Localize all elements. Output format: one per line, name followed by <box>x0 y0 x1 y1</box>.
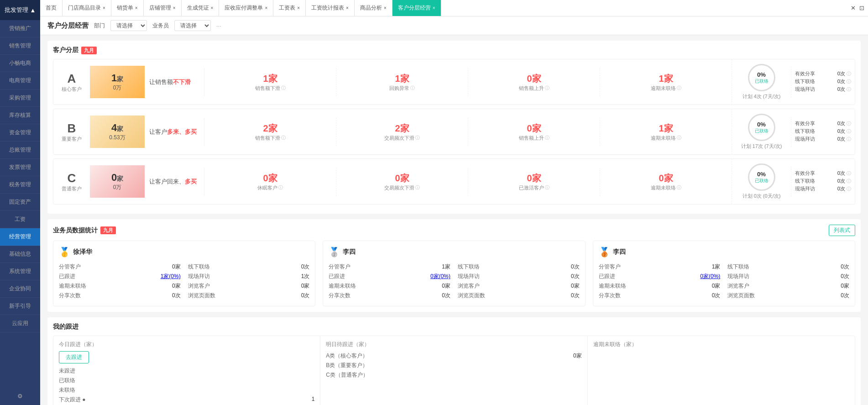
biz-cards-grid: 🥇徐泽华分管客户0家已跟进1家(0%)逾期未联络0家分享次数0次线下联络0次现场… <box>53 241 855 306</box>
tab-商品分析[interactable]: 商品分析 × <box>355 0 392 16</box>
sidebar-item-总账管理[interactable]: 总账管理 <box>0 142 40 159</box>
sidebar-item-云应用[interactable]: 云应用 <box>0 315 40 332</box>
followup-col-2: 逾期未联络（家） <box>588 336 855 405</box>
sidebar-footer[interactable]: ⚙ <box>0 387 40 405</box>
sidebar-toggle-icon[interactable]: ▲ <box>30 7 36 14</box>
tier-row-C: C普通客户0家0万让客户回来、多买0家休眠客户 ⓘ0家交易频次下滑 ⓘ0家已激活… <box>53 158 855 205</box>
tab-客户分层经营[interactable]: 客户分层经营 × <box>392 0 441 16</box>
tab-首页[interactable]: 首页 <box>40 0 63 16</box>
tab-close-icon[interactable]: × <box>384 5 387 11</box>
biz-card-1: 🥈李四分管客户1家已跟进0家(0%)逾期未联络0家分享次数0次线下联络0次现场拜… <box>323 241 585 306</box>
stat-item[interactable]: 0家休眠客户 ⓘ <box>204 168 336 196</box>
tab-close-icon[interactable]: × <box>173 5 176 11</box>
tab-工资统计报表[interactable]: 工资统计报表 × <box>306 0 355 16</box>
staff-select[interactable]: 请选择 <box>174 20 211 31</box>
sidebar-item-发票管理[interactable]: 发票管理 <box>0 159 40 176</box>
stat-item[interactable]: 1家销售额下滑 ⓘ <box>204 68 336 96</box>
biz-stat-link[interactable]: 0家(0%) <box>700 273 720 280</box>
tab-close-icon[interactable]: × <box>265 5 267 11</box>
tab-close-icon[interactable]: × <box>346 5 349 11</box>
biz-section: 业务员数据统计 九月 列表式 🥇徐泽华分管客户0家已跟进1家(0%)逾期未联络0… <box>47 219 861 312</box>
biz-stat-link[interactable]: 1家(0%) <box>161 273 181 280</box>
sidebar-item-营销推广[interactable]: 营销推广 <box>0 20 40 37</box>
sidebar-item-采购管理[interactable]: 采购管理 <box>0 89 40 107</box>
biz-card-header-0: 🥇徐泽华 <box>59 247 309 258</box>
sidebar-item-经营管理[interactable]: 经营管理 <box>0 228 40 246</box>
stat-item[interactable]: 0家销售额上升 ⓘ <box>468 118 600 146</box>
sidebar-item-税务管理[interactable]: 税务管理 <box>0 176 40 194</box>
biz-left-col-2: 分管客户1家已跟进0家(0%)逾期未联络0家分享次数0次 <box>599 262 721 300</box>
biz-name-0: 徐泽华 <box>73 248 92 256</box>
more-options-icon[interactable]: ··· <box>216 22 221 29</box>
biz-stat-row: 分管客户1家 <box>599 262 721 272</box>
sidebar-item-系统管理[interactable]: 系统管理 <box>0 263 40 280</box>
biz-name-2: 李四 <box>613 248 626 256</box>
followup-row: 未联络 <box>59 385 314 395</box>
tab-close-icon[interactable]: × <box>135 5 138 11</box>
tab-close-icon[interactable]: × <box>297 5 300 11</box>
close-window-icon[interactable]: ✕ <box>851 5 856 11</box>
biz-card-2: 🥉李四分管客户1家已跟进0家(0%)逾期未联络0家分享次数0次线下联络0次现场拜… <box>593 241 855 306</box>
biz-month-badge: 九月 <box>100 226 116 234</box>
sidebar-item-库存核算[interactable]: 库存核算 <box>0 107 40 124</box>
sidebar-item-销售管理[interactable]: 销售管理 <box>0 37 40 55</box>
stat-item[interactable]: 0家交易频次下滑 ⓘ <box>336 168 468 196</box>
followup-col-title-1: 明日待跟进（家） <box>326 341 581 348</box>
sidebar-item-基础信息[interactable]: 基础信息 <box>0 246 40 263</box>
biz-stats-grid-1: 分管客户1家已跟进0家(0%)逾期未联络0家分享次数0次线下联络0次现场拜访0次… <box>329 262 579 300</box>
dept-select[interactable]: 请选择 <box>110 20 147 31</box>
tab-close-icon[interactable]: × <box>103 5 105 11</box>
meta-row: 有效分享0次 ⓘ <box>795 120 851 127</box>
goto-followup-button[interactable]: 去跟进 <box>59 351 89 363</box>
tabbar-actions: ✕ ⊡ <box>847 5 868 11</box>
followup-row: 已联络 <box>59 376 314 385</box>
biz-stat-row: 浏览客户0家 <box>727 281 849 291</box>
followup-row: C类（普通客户） <box>326 370 581 380</box>
tier-slogan-C: 让客户回来、多买 <box>145 178 204 186</box>
stat-item[interactable]: 2家销售额下滑 ⓘ <box>204 118 336 146</box>
restore-window-icon[interactable]: ⊡ <box>859 5 864 11</box>
settings-icon[interactable]: ⚙ <box>17 393 23 400</box>
sidebar-title: 批发管理 <box>5 6 28 14</box>
followup-col-title-2: 逾期未联络（家） <box>593 341 849 348</box>
biz-stats-grid-0: 分管客户0家已跟进1家(0%)逾期未联络0家分享次数0次线下联络0次现场拜访1次… <box>59 262 309 300</box>
tier-contact-A: 0% 已联络 计划 4次 (7天/次) <box>732 59 791 105</box>
biz-card-0: 🥇徐泽华分管客户0家已跟进1家(0%)逾期未联络0家分享次数0次线下联络0次现场… <box>53 241 315 306</box>
tab-应收应付调整单[interactable]: 应收应付调整单 × <box>219 0 273 16</box>
main-area: 首页门店商品目录 ×销货单 ×店铺管理 ×生成凭证 ×应收应付调整单 ×工资表 … <box>40 0 868 405</box>
sidebar-item-新手引导[interactable]: 新手引导 <box>0 298 40 315</box>
tab-工资表[interactable]: 工资表 × <box>273 0 306 16</box>
biz-card-header-2: 🥉李四 <box>599 247 849 258</box>
biz-medal-0: 🥇 <box>59 247 70 258</box>
stat-item[interactable]: 0家已激活客户 ⓘ <box>468 168 600 196</box>
tab-close-icon[interactable]: × <box>211 5 214 11</box>
tab-门店商品目录[interactable]: 门店商品目录 × <box>63 0 111 16</box>
sidebar-item-企业协同[interactable]: 企业协同 <box>0 280 40 298</box>
biz-stat-row: 已跟进1家(0%) <box>59 272 181 281</box>
stat-item[interactable]: 0家销售额上升 ⓘ <box>468 68 600 96</box>
tier-stats-C: 0家休眠客户 ⓘ0家交易频次下滑 ⓘ0家已激活客户 ⓘ0家逾期未联络 ⓘ <box>204 168 732 196</box>
sidebar-item-工资[interactable]: 工资 <box>0 211 40 228</box>
stat-item[interactable]: 1家逾期未联络 ⓘ <box>600 118 732 146</box>
stat-item[interactable]: 1家回购异常 ⓘ <box>336 68 468 96</box>
stat-item[interactable]: 2家交易频次下滑 ⓘ <box>336 118 468 146</box>
stat-item[interactable]: 0家逾期未联络 ⓘ <box>600 168 732 196</box>
sidebar-item-电商管理[interactable]: 电商管理 <box>0 72 40 89</box>
sidebar-item-资金管理[interactable]: 资金管理 <box>0 124 40 142</box>
tab-店铺管理[interactable]: 店铺管理 × <box>144 0 182 16</box>
followup-grid: 今日跟进（家）去跟进未跟进已联络未联络下次跟进 ●1明日待跟进（家）A类（核心客… <box>53 336 855 405</box>
content-area: 客户分层 九月 A核心客户1家0万让销售额不下滑1家销售额下滑 ⓘ1家回购异常 … <box>40 35 868 405</box>
stat-item[interactable]: 1家逾期未联络 ⓘ <box>600 68 732 96</box>
tab-销货单[interactable]: 销货单 × <box>111 0 144 16</box>
followup-col-0: 今日跟进（家）去跟进未跟进已联络未联络下次跟进 ●1 <box>53 336 320 405</box>
tier-contact-B: 0% 已联络 计划 17次 (7天/次) <box>732 109 791 154</box>
tab-生成凭证[interactable]: 生成凭证 × <box>182 0 220 16</box>
tab-close-icon[interactable]: × <box>433 5 435 11</box>
sidebar-item-小畅电商[interactable]: 小畅电商 <box>0 55 40 72</box>
sidebar-item-固定资产[interactable]: 固定资产 <box>0 194 40 211</box>
biz-stat-link[interactable]: 0家(0%) <box>430 273 450 280</box>
list-view-button[interactable]: 列表式 <box>829 225 855 236</box>
meta-row: 现场拜访0次 ⓘ <box>795 86 851 93</box>
meta-row: 现场拜访0次 ⓘ <box>795 185 851 192</box>
page-header: 客户分层经营 部门 请选择 业务员 请选择 ··· <box>40 16 868 35</box>
